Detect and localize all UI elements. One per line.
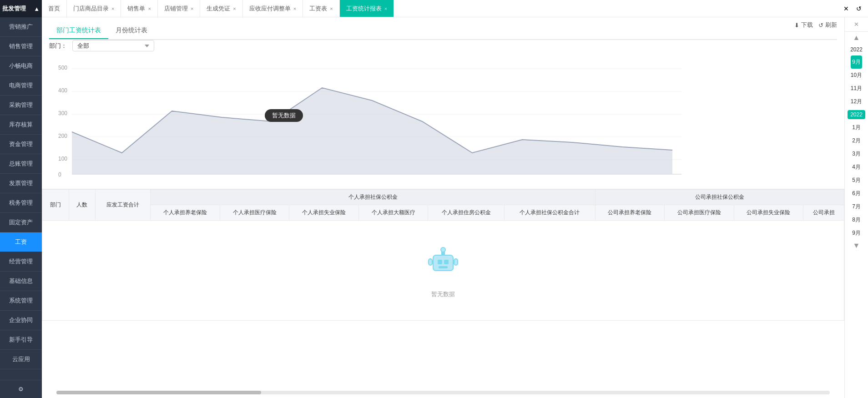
sidebar-item-库存核算[interactable]: 库存核算 <box>0 115 42 135</box>
gear-icon: ⚙ <box>18 386 24 393</box>
tab-label: 销售单 <box>127 5 145 13</box>
download-icon: ⬇ <box>794 22 799 29</box>
th-company-other: 公司承担 <box>803 205 844 221</box>
refresh-label: 刷新 <box>825 21 837 29</box>
sub-tab-月份统计表[interactable]: 月份统计表 <box>108 23 155 39</box>
th-department: 部门 <box>42 190 69 221</box>
month-item-2022-12月[interactable]: 12月 <box>851 95 862 108</box>
sidebar-item-新手引导[interactable]: 新手引导 <box>0 330 42 350</box>
scroll-container[interactable] <box>42 387 844 398</box>
month-item-2023-5月[interactable]: 5月 <box>852 174 861 187</box>
refresh-tabs-icon[interactable]: ↺ <box>853 4 864 13</box>
month-item-2023-3月[interactable]: 3月 <box>852 147 861 161</box>
tab-销售单[interactable]: 销售单× <box>121 0 157 17</box>
tab-close-icon[interactable]: × <box>233 6 236 11</box>
year-2022-active-badge[interactable]: 2022 <box>848 110 865 119</box>
right-sidebar-close-button[interactable]: ✕ <box>845 17 868 32</box>
tab-close-icon[interactable]: × <box>111 6 114 11</box>
month-item-2023-2月[interactable]: 2月 <box>852 134 861 147</box>
tab-close-icon[interactable]: × <box>330 6 333 11</box>
month-item-2023-7月[interactable]: 7月 <box>852 200 861 213</box>
tab-bar-actions: ✕ ↺ <box>841 4 868 13</box>
chart-area: 500 400 300 200 100 0 <box>42 57 844 189</box>
sidebar-item-资金管理[interactable]: 资金管理 <box>0 135 42 154</box>
sidebar-header[interactable]: 批发管理 ▲ <box>0 0 42 17</box>
table-area[interactable]: 部门 人数 应发工资合计 个人承担社保公积金 公司承担社保公积金 个人承担养老保… <box>42 189 844 387</box>
sub-tab-bar: 部门工资统计表月份统计表 <box>42 17 787 39</box>
sidebar-item-经营管理[interactable]: 经营管理 <box>0 252 42 272</box>
tab-label: 应收应付调整单 <box>249 5 291 13</box>
svg-text:0: 0 <box>58 171 61 178</box>
empty-row: 暂无数据 <box>42 221 844 321</box>
tab-close-icon[interactable]: × <box>384 6 387 11</box>
refresh-icon: ↺ <box>818 22 823 29</box>
month-item-2023-9月[interactable]: 9月 <box>852 227 861 240</box>
tab-应收应付调整单[interactable]: 应收应付调整单× <box>243 0 303 17</box>
top-tab-bar: 首页门店商品目录×销售单×店铺管理×生成凭证×应收应付调整单×工资表×工资统计报… <box>42 0 868 17</box>
month-item-2022-9月[interactable]: 9月 <box>851 55 862 69</box>
th-company-medical: 公司承担医疗保险 <box>665 205 734 221</box>
sidebar-item-基础信息[interactable]: 基础信息 <box>0 272 42 291</box>
sidebar-item-税务管理[interactable]: 税务管理 <box>0 193 42 213</box>
tab-close-icon[interactable]: × <box>293 6 296 11</box>
sidebar-item-销售管理[interactable]: 销售管理 <box>0 37 42 56</box>
tab-close-icon[interactable]: × <box>148 6 151 11</box>
month-item-2023-8月[interactable]: 8月 <box>852 213 861 227</box>
download-label: 下载 <box>801 21 813 29</box>
sidebar-settings-button[interactable]: ⚙ <box>0 380 42 398</box>
svg-text:300: 300 <box>58 110 67 116</box>
month-item-2023-1月[interactable]: 1月 <box>852 121 861 134</box>
scroll-down-icon[interactable]: ▼ <box>851 240 862 252</box>
tab-店铺管理[interactable]: 店铺管理× <box>158 0 200 17</box>
empty-text: 暂无数据 <box>431 290 455 298</box>
sidebar-item-工资[interactable]: 工资 <box>0 232 42 252</box>
sidebar-item-企业协同[interactable]: 企业协同 <box>0 311 42 330</box>
sidebar-item-固定资产[interactable]: 固定资产 <box>0 213 42 232</box>
tab-close-icon[interactable]: × <box>191 6 193 11</box>
download-button[interactable]: ⬇ 下载 <box>794 21 813 29</box>
th-personal-pension: 个人承担养老保险 <box>151 205 220 221</box>
scroll-up-icon[interactable]: ▲ <box>851 32 862 44</box>
sidebar-item-采购管理[interactable]: 采购管理 <box>0 96 42 115</box>
th-personal-unemployment: 个人承担失业保险 <box>289 205 358 221</box>
scroll-thumb[interactable] <box>56 391 261 394</box>
svg-rect-19 <box>429 259 432 265</box>
inner-content: 部门工资统计表月份统计表 ⬇ 下载 ↺ 刷新 部门： 全部 <box>42 17 844 398</box>
close-all-icon[interactable]: ✕ <box>841 4 852 13</box>
sidebar-item-发票管理[interactable]: 发票管理 <box>0 174 42 193</box>
scroll-track[interactable] <box>56 391 830 394</box>
th-total-salary: 应发工资合计 <box>96 190 151 221</box>
tab-生成凭证[interactable]: 生成凭证× <box>200 0 242 17</box>
sidebar-item-系统管理[interactable]: 系统管理 <box>0 291 42 311</box>
svg-text:200: 200 <box>58 133 67 139</box>
page-content: 部门工资统计表月份统计表 ⬇ 下载 ↺ 刷新 部门： 全部 <box>42 17 868 398</box>
svg-rect-15 <box>444 260 449 264</box>
sidebar-item-总账管理[interactable]: 总账管理 <box>0 154 42 174</box>
svg-text:100: 100 <box>58 156 67 162</box>
tab-门店商品目录[interactable]: 门店商品目录× <box>67 0 121 17</box>
right-sidebar: ✕ ▲ 2022 9月10月11月12月 2022 1月2月3月4月5月6月7月… <box>844 17 868 398</box>
th-personal-subtotal: 个人承担社保公积金合计 <box>505 205 595 221</box>
sidebar-item-电商管理[interactable]: 电商管理 <box>0 76 42 96</box>
department-filter-select[interactable]: 全部 <box>72 40 154 51</box>
month-item-2023-4月[interactable]: 4月 <box>852 161 861 174</box>
svg-rect-16 <box>439 266 448 268</box>
th-company-group: 公司承担社保公积金 <box>595 190 844 205</box>
sidebar: 批发管理 ▲ 营销推广销售管理小畅电商电商管理采购管理库存核算资金管理总账管理发… <box>0 0 42 398</box>
tab-工资表[interactable]: 工资表× <box>303 0 339 17</box>
month-item-2022-10月[interactable]: 10月 <box>851 69 862 82</box>
th-personal-group: 个人承担社保公积金 <box>151 190 595 205</box>
svg-point-18 <box>441 247 445 252</box>
month-item-2023-6月[interactable]: 6月 <box>852 187 861 200</box>
sidebar-item-营销推广[interactable]: 营销推广 <box>0 17 42 37</box>
month-item-2022-11月[interactable]: 11月 <box>851 82 862 95</box>
tab-label: 工资统计报表 <box>346 5 382 13</box>
filter-row: 部门： 全部 <box>42 40 844 57</box>
th-company-pension: 公司承担养老保险 <box>595 205 664 221</box>
sub-tab-部门工资统计表[interactable]: 部门工资统计表 <box>49 23 108 39</box>
sidebar-item-云应用[interactable]: 云应用 <box>0 350 42 369</box>
tab-工资统计报表[interactable]: 工资统计报表× <box>340 0 394 17</box>
tab-首页[interactable]: 首页 <box>42 0 67 17</box>
refresh-button[interactable]: ↺ 刷新 <box>818 21 837 29</box>
sidebar-item-小畅电商[interactable]: 小畅电商 <box>0 56 42 76</box>
